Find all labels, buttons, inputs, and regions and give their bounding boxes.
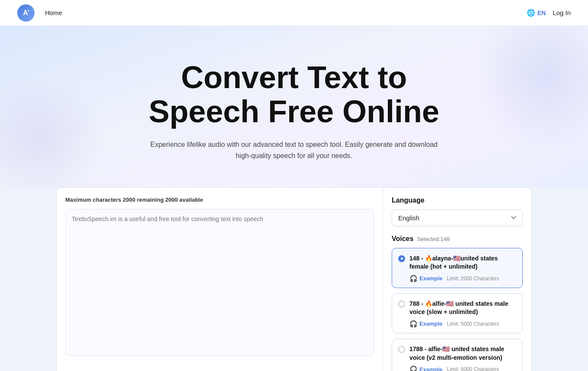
logo-text: A' [23, 9, 29, 17]
example-link-3[interactable]: 🎧 Example [409, 365, 442, 371]
example-label-2: Example [419, 320, 442, 327]
hero-subtitle: Experience lifelike audio with our advan… [143, 139, 445, 161]
right-panel: Language English Spanish French German J… [383, 187, 532, 371]
radio-button-1[interactable] [398, 255, 405, 262]
text-input[interactable] [65, 209, 374, 356]
voice-card-3[interactable]: 1788 - alfie-🇺🇸 united states male voice… [392, 339, 523, 371]
limit-text-3: Limit: 6000 Characters [447, 366, 499, 371]
globe-icon: 🌐 [527, 9, 535, 17]
voice-name-2: 788 - 🔥alfie-🇺🇸 united states male voice… [409, 300, 516, 317]
voice-name-1: 148 - 🔥alayna-🇺🇸united states female (ho… [409, 254, 516, 271]
voice-meta-1: 🎧 Example Limit: 2000 Characters [398, 275, 516, 282]
nav-right: 🌐 EN Log In [527, 9, 571, 17]
example-label-3: Example [419, 366, 442, 371]
char-counter-text: Maximum characters 2000 remaining 2000 a… [65, 197, 203, 203]
left-panel: Maximum characters 2000 remaining 2000 a… [56, 187, 383, 371]
radio-button-2[interactable] [398, 301, 405, 308]
home-link[interactable]: Home [45, 9, 62, 16]
example-link-2[interactable]: 🎧 Example [409, 320, 442, 328]
language-section-label: Language [392, 197, 523, 204]
char-counter: Maximum characters 2000 remaining 2000 a… [65, 197, 374, 203]
voice-card-top-1: 148 - 🔥alayna-🇺🇸united states female (ho… [398, 254, 516, 271]
language-button[interactable]: 🌐 EN [527, 9, 546, 17]
voice-card-top-3: 1788 - alfie-🇺🇸 united states male voice… [398, 345, 516, 362]
language-select[interactable]: English Spanish French German Japanese C… [392, 209, 523, 226]
logo: A' [17, 4, 35, 22]
lang-code: EN [537, 10, 546, 16]
radio-button-3[interactable] [398, 346, 405, 353]
voice-card-1[interactable]: 148 - 🔥alayna-🇺🇸united states female (ho… [392, 248, 523, 288]
tool-container: Maximum characters 2000 remaining 2000 a… [48, 187, 540, 371]
voices-count: Selected:148 [417, 236, 450, 242]
voice-name-3: 1788 - alfie-🇺🇸 united states male voice… [409, 345, 516, 362]
voices-label: Voices [392, 235, 413, 243]
login-label: Log In [553, 9, 571, 16]
nav-left: A' Home [17, 4, 62, 22]
voice-card-2[interactable]: 788 - 🔥alfie-🇺🇸 united states male voice… [392, 293, 523, 333]
voice-meta-3: 🎧 Example Limit: 6000 Characters [398, 365, 516, 371]
limit-text-2: Limit: 5000 Characters [447, 321, 499, 327]
limit-text-1: Limit: 2000 Characters [447, 276, 499, 282]
home-label: Home [45, 9, 62, 16]
hero-title: Convert Text to Speech Free Online [17, 60, 571, 129]
navbar: A' Home 🌐 EN Log In [0, 0, 588, 26]
example-label-1: Example [419, 275, 442, 282]
headphones-icon-3: 🎧 [409, 365, 418, 371]
voice-card-top-2: 788 - 🔥alfie-🇺🇸 united states male voice… [398, 300, 516, 317]
headphones-icon-2: 🎧 [409, 320, 418, 328]
voices-header: Voices Selected:148 [392, 235, 523, 243]
hero-title-line1: Convert Text to [181, 60, 407, 95]
voice-meta-2: 🎧 Example Limit: 5000 Characters [398, 320, 516, 328]
hero-section: Convert Text to Speech Free Online Exper… [0, 26, 588, 187]
hero-title-line2: Speech Free Online [149, 94, 439, 129]
login-button[interactable]: Log In [553, 9, 571, 16]
example-link-1[interactable]: 🎧 Example [409, 275, 442, 282]
headphones-icon-1: 🎧 [409, 275, 418, 282]
